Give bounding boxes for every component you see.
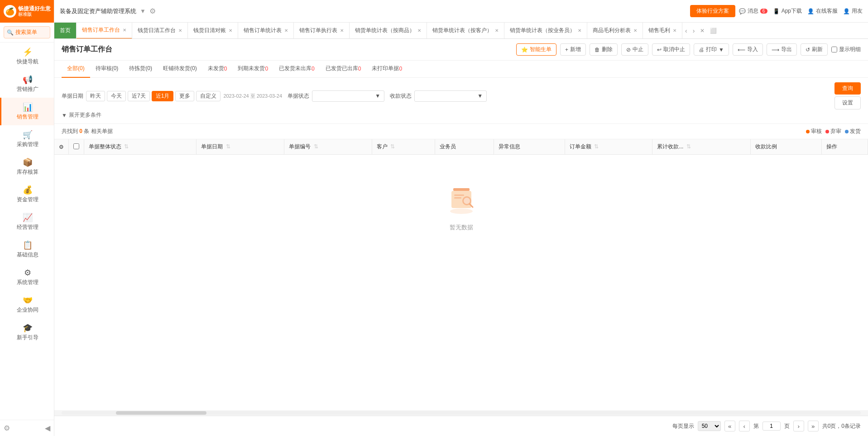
tab-sales-summary-customer[interactable]: 销货单统计表（按客户） ✕ <box>427 23 504 39</box>
sidebar-item-guide[interactable]: 🎓 新手引导 <box>0 318 54 346</box>
online-service-btn[interactable]: 👤 在线客服 <box>807 7 838 15</box>
tab-close-sales-order[interactable]: ✕ <box>123 28 126 33</box>
cancel-suspend-btn[interactable]: ↩ 取消中止 <box>652 43 690 56</box>
tab-close-summary-customer[interactable]: ✕ <box>495 28 499 33</box>
sort-icon-collected[interactable]: ⇅ <box>686 143 691 150</box>
date-btn-yesterday[interactable]: 昨天 <box>86 91 105 101</box>
tab-close-summary-staff[interactable]: ✕ <box>578 28 581 33</box>
tab-sales-order[interactable]: 销售订单工作台 ✕ <box>77 23 132 39</box>
tab-sales-stat[interactable]: 销售订单统计表 ✕ <box>238 23 294 39</box>
status-select[interactable]: ▼ <box>312 90 384 102</box>
review-action-btn[interactable]: 审核 <box>806 128 822 135</box>
subtab-shipped-out[interactable]: 已发货已出库0 <box>320 61 367 78</box>
prev-page-btn[interactable]: ‹ <box>739 421 750 431</box>
tab-close-sales-stat[interactable]: ✕ <box>284 28 288 33</box>
payment-select[interactable]: ▼ <box>414 90 487 102</box>
last-page-btn[interactable]: » <box>808 421 819 431</box>
show-detail-label[interactable]: 显示明细 <box>831 46 861 53</box>
sidebar-item-enterprise[interactable]: 🤝 企业协同 <box>0 291 54 318</box>
date-btn-7days[interactable]: 近7天 <box>128 91 150 101</box>
refresh-btn[interactable]: ↺ 刷新 <box>801 43 828 56</box>
tab-close-sales-profit[interactable]: ✕ <box>673 28 676 33</box>
collapse-icon[interactable]: ◀ <box>45 424 50 432</box>
subtab-not-printed[interactable]: 未打印单据0 <box>366 61 408 78</box>
add-btn[interactable]: + 新增 <box>560 43 586 56</box>
tab-scroll-right[interactable]: › <box>690 23 698 39</box>
sidebar-item-inventory[interactable]: 📦 库存核算 <box>0 153 54 180</box>
page-size-select[interactable]: 50 10 20 100 <box>698 421 721 431</box>
select-all-checkbox[interactable] <box>73 143 79 149</box>
sidebar-item-marketing[interactable]: 📢 营销推广 <box>0 70 54 98</box>
subtab-shipped-not-out[interactable]: 已发货未出库0 <box>273 61 320 78</box>
col-settings[interactable]: ⚙ <box>54 139 69 155</box>
sidebar-item-finance[interactable]: 💰 资金管理 <box>0 180 54 208</box>
date-btn-custom[interactable]: 自定义 <box>196 91 221 101</box>
tab-sales-exec[interactable]: 销售订单执行表 ✕ <box>294 23 350 39</box>
date-btn-more[interactable]: 更多 <box>175 91 194 101</box>
expand-more-btn[interactable]: ▼ 展开更多条件 <box>62 111 861 119</box>
sort-icon-date[interactable]: ⇅ <box>226 143 230 150</box>
sort-icon-amount[interactable]: ⇅ <box>594 143 599 150</box>
settings-bottom-icon[interactable]: ⚙ <box>4 424 10 432</box>
set-btn[interactable]: 设置 <box>834 96 861 109</box>
sort-icon-customer[interactable]: ⇅ <box>390 143 395 150</box>
export-btn[interactable]: ⟶ 导出 <box>767 43 797 56</box>
tab-close-cash-reconcile[interactable]: ✕ <box>229 28 232 33</box>
tab-home[interactable]: 首页 <box>54 23 77 39</box>
ship-action-btn[interactable]: 发货 <box>845 128 861 135</box>
subtab-pending-inspect[interactable]: 待拣货(0) <box>124 61 158 78</box>
sidebar-item-purchase[interactable]: 🛒 采购管理 <box>0 125 54 153</box>
tab-sales-summary-product[interactable]: 销货单统计表（按商品） ✕ <box>350 23 427 39</box>
query-btn[interactable]: 查询 <box>834 82 861 95</box>
sidebar-item-operation[interactable]: 📈 经营管理 <box>0 208 54 236</box>
show-detail-checkbox[interactable] <box>831 47 837 52</box>
tab-sales-summary-staff[interactable]: 销货单统计表（按业务员） ✕ <box>504 23 587 39</box>
result-bar: 共找到 0 条 相关单据 审核 弃审 发货 <box>54 124 868 139</box>
topbar-settings-icon[interactable]: ⚙ <box>149 7 156 15</box>
date-btn-1month[interactable]: 近1月 <box>152 91 174 101</box>
cancel-action-btn[interactable]: 弃审 <box>825 128 841 135</box>
tab-sales-profit[interactable]: 销售毛利 ✕ <box>643 23 682 39</box>
sidebar-item-base-info[interactable]: 📋 基础信息 <box>0 236 54 263</box>
sort-icon-status[interactable]: ⇅ <box>124 143 129 150</box>
tab-close-cash-clear[interactable]: ✕ <box>178 28 182 33</box>
suspend-btn[interactable]: ⊘ 中止 <box>621 43 648 56</box>
scrollbar-area[interactable] <box>54 410 868 416</box>
subtab-all[interactable]: 全部(0) <box>62 61 90 78</box>
page-number-input[interactable] <box>762 422 781 431</box>
tab-gross-margin[interactable]: 商品毛利分析表 ✕ <box>587 23 643 39</box>
col-checkbox[interactable] <box>69 139 84 155</box>
first-page-btn[interactable]: « <box>724 421 735 431</box>
tab-close-all[interactable]: ✕ <box>697 23 707 39</box>
delete-btn[interactable]: 🗑 删除 <box>590 43 618 56</box>
suspend-icon: ⊘ <box>626 47 631 53</box>
smart-create-btn[interactable]: ⭐ 智能生单 <box>516 43 556 56</box>
next-page-btn[interactable]: › <box>793 421 804 431</box>
topbar-dropdown-icon[interactable]: ▼ <box>140 8 146 14</box>
tab-close-summary-product[interactable]: ✕ <box>417 28 421 33</box>
date-btn-today[interactable]: 今天 <box>107 91 126 101</box>
app-download-btn[interactable]: 📱 App下载 <box>773 7 802 15</box>
subtab-not-shipped[interactable]: 未发货0 <box>202 61 233 78</box>
tab-close-sales-exec[interactable]: ✕ <box>340 28 344 33</box>
svg-point-6 <box>464 198 470 204</box>
subtab-overdue-ship[interactable]: 到期未发货0 <box>232 61 273 78</box>
sidebar-item-sales[interactable]: 📊 销售管理 <box>0 98 54 125</box>
tab-close-gross-margin[interactable]: ✕ <box>633 28 637 33</box>
tab-cash-reconcile[interactable]: 钱货日清对账 ✕ <box>188 23 238 39</box>
print-btn[interactable]: 🖨 打印 ▼ <box>694 43 729 56</box>
message-btn[interactable]: 💬 消息 6 <box>739 7 767 15</box>
industry-btn[interactable]: 体验行业方案 <box>690 5 735 17</box>
user-menu-btn[interactable]: 👤 用友 <box>843 7 863 15</box>
tab-scroll-left[interactable]: ‹ <box>682 23 690 39</box>
subtab-wangpu-ship[interactable]: 旺铺待发货(0) <box>158 61 202 78</box>
search-menu-button[interactable]: 🔍 搜索菜单 <box>4 26 50 38</box>
sort-icon-number[interactable]: ⇅ <box>314 143 318 150</box>
scrollbar-thumb[interactable] <box>116 411 206 415</box>
sidebar-item-quick-nav[interactable]: ⚡ 快捷导航 <box>0 43 54 70</box>
import-btn[interactable]: ⟵ 导入 <box>733 43 763 56</box>
subtab-pending-review[interactable]: 待审核(0) <box>90 61 124 78</box>
tab-maximize[interactable]: ⬜ <box>707 23 719 39</box>
tab-cash-clear[interactable]: 钱货日清工作台 ✕ <box>132 23 188 39</box>
sidebar-item-system[interactable]: ⚙ 系统管理 <box>0 263 54 291</box>
